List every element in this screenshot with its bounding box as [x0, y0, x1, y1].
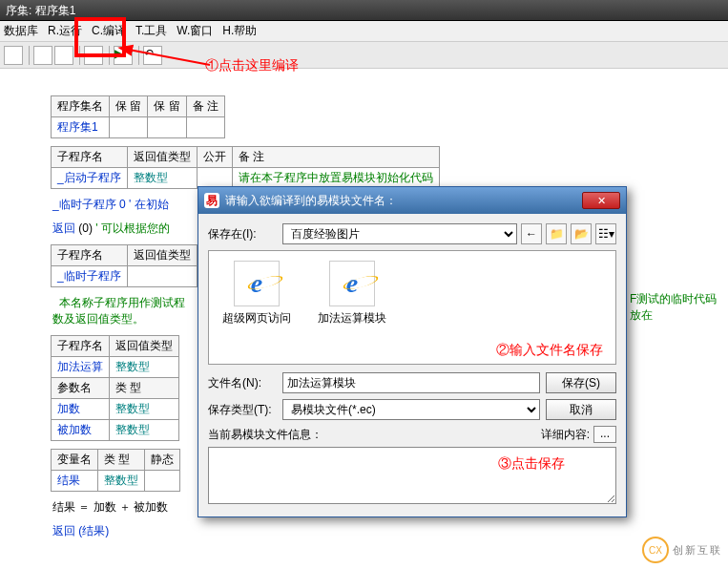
toolbar-btn-3[interactable]: [54, 46, 73, 65]
cell-startup[interactable]: _启动子程序: [52, 168, 128, 189]
table-sub1: 子程序名返回值类型公开备 注 _启动子程序整数型请在本子程序中放置易模块初始化代…: [51, 146, 440, 189]
toolbar-btn-6[interactable]: ↶: [143, 46, 162, 65]
col-rettype: 返回值类型: [127, 147, 197, 168]
col-remark: 备 注: [232, 147, 439, 168]
code-line: 返回 (结果): [52, 523, 728, 539]
menu-window[interactable]: W.窗口: [177, 23, 213, 39]
col-vartype: 类 型: [98, 450, 145, 471]
separator: [138, 46, 139, 65]
cell-augend[interactable]: 被加数: [52, 420, 110, 441]
col-subname: 子程序名: [52, 336, 110, 357]
col-rettype: 返回值类型: [127, 245, 197, 266]
table-progset: 程序集名保 留保 留备 注 程序集1: [51, 95, 225, 138]
table-sub2: 子程序名返回值类型 _临时子程序: [51, 244, 198, 287]
close-button[interactable]: ✕: [582, 192, 620, 209]
table-sub3: 子程序名返回值类型 加法运算整数型 参数名类 型 加数整数型 被加数整数型: [51, 335, 179, 441]
annotation-red-box: [74, 17, 126, 57]
file-label: 超级网页访问: [222, 310, 291, 327]
label-filename: 文件名(N):: [208, 375, 282, 391]
watermark-text: 创新互联: [673, 543, 722, 558]
cell-addfunc[interactable]: 加法运算: [52, 357, 110, 378]
menu-database[interactable]: 数据库: [4, 23, 38, 39]
annotation-1: ①点击这里编译: [205, 57, 299, 74]
new-folder-icon[interactable]: 📂: [571, 223, 592, 244]
col-paramname: 参数名: [52, 378, 110, 399]
label-detail: 详细内容:: [541, 427, 590, 443]
toolbar-btn-2[interactable]: [33, 46, 52, 65]
cancel-button[interactable]: 取消: [546, 399, 616, 420]
cell-type[interactable]: 整数型: [110, 420, 179, 441]
col-progset-name: 程序集名: [52, 96, 110, 117]
detail-button[interactable]: ...: [593, 426, 616, 443]
col-subname: 子程序名: [52, 245, 128, 266]
menu-help[interactable]: H.帮助: [222, 23, 257, 39]
col-varname: 变量名: [52, 450, 98, 471]
ie-file-icon: e: [329, 261, 375, 306]
label-save-in: 保存在(I):: [208, 226, 282, 242]
view-menu-icon[interactable]: ☷▾: [595, 223, 616, 244]
cell-type[interactable]: 整数型: [110, 357, 179, 378]
window-title: 序集: 程序集1: [6, 4, 75, 17]
col-paramtype: 类 型: [110, 378, 179, 399]
dialog-titlebar: 易 请输入欲编译到的易模块文件名： ✕: [198, 187, 626, 214]
cell-tempsub[interactable]: _临时子程序: [52, 266, 128, 287]
cell-type[interactable]: 整数型: [127, 168, 197, 189]
separator: [29, 46, 30, 65]
select-save-in[interactable]: 百度经验图片: [282, 223, 517, 244]
annotation-3: ③点击保存: [498, 455, 565, 473]
cell-addend[interactable]: 加数: [52, 399, 110, 420]
up-folder-icon[interactable]: 📁: [546, 223, 567, 244]
back-icon[interactable]: ←: [521, 223, 542, 244]
annotation-2: ②输入文件名保存: [496, 342, 603, 359]
col-rettype: 返回值类型: [110, 336, 179, 357]
label-module-info: 当前易模块文件信息：: [208, 427, 322, 443]
menu-tool[interactable]: T.工具: [135, 23, 167, 39]
cell-progset1[interactable]: 程序集1: [52, 117, 110, 138]
col-reserved: 保 留: [148, 96, 186, 117]
select-filetype[interactable]: 易模块文件(*.ec): [282, 399, 540, 420]
file-item[interactable]: e 加法运算模块: [314, 261, 390, 327]
dialog-title: 请输入欲编译到的易模块文件名：: [225, 193, 397, 209]
file-item[interactable]: e 超级网页访问: [218, 261, 295, 327]
file-label: 加法运算模块: [318, 310, 386, 327]
cell-type[interactable]: 整数型: [98, 471, 145, 492]
col-static: 静态: [145, 450, 180, 471]
cell-type[interactable]: 整数型: [110, 399, 179, 420]
side-text: F测试的临时代码放在: [630, 291, 728, 324]
ie-file-icon: e: [234, 261, 280, 306]
col-remark: 备 注: [186, 96, 224, 117]
col-subname: 子程序名: [52, 147, 128, 168]
toolbar-btn-1[interactable]: [4, 46, 23, 65]
cell-result[interactable]: 结果: [52, 471, 98, 492]
input-filename[interactable]: [282, 372, 540, 393]
watermark: CX 创新互联: [642, 537, 722, 563]
save-button[interactable]: 保存(S): [546, 372, 616, 393]
label-filetype: 保存类型(T):: [208, 402, 282, 418]
watermark-logo-icon: CX: [642, 537, 669, 563]
table-var: 变量名类 型静态 结果整数型: [51, 449, 180, 492]
col-public: 公开: [197, 147, 232, 168]
col-reserved: 保 留: [110, 96, 148, 117]
app-icon: 易: [204, 193, 219, 208]
